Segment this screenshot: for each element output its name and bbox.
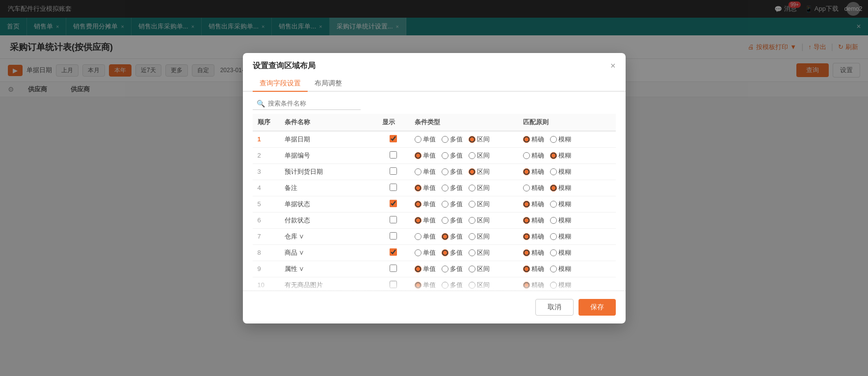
- search-input[interactable]: [268, 100, 356, 107]
- display-checkbox[interactable]: [390, 216, 397, 223]
- cell-type: 单值多值区间: [410, 212, 518, 228]
- type-radio-单值[interactable]: 单值: [415, 281, 436, 290]
- match-radio-模糊[interactable]: 模糊: [550, 167, 571, 176]
- cell-match: 精确模糊: [518, 180, 616, 196]
- tab-layout-adjust[interactable]: 布局调整: [308, 76, 349, 92]
- order-number: 3: [258, 168, 261, 175]
- cell-type: 单值多值区间: [410, 228, 518, 244]
- match-radio-模糊[interactable]: 模糊: [550, 184, 571, 192]
- match-radio-模糊[interactable]: 模糊: [550, 232, 571, 241]
- cell-display: [377, 163, 410, 180]
- cell-order: 9: [253, 261, 280, 277]
- type-radio-区间[interactable]: 区间: [469, 265, 490, 273]
- col-header-display: 显示: [377, 114, 410, 131]
- cell-display: [377, 180, 410, 196]
- cell-name: 有无商品图片: [280, 277, 377, 291]
- tab-query-fields[interactable]: 查询字段设置: [253, 76, 308, 92]
- type-radio-多值[interactable]: 多值: [442, 232, 463, 241]
- save-button[interactable]: 保存: [579, 299, 616, 316]
- match-radio-模糊[interactable]: 模糊: [550, 265, 571, 273]
- match-radio-精确[interactable]: 精确: [523, 135, 544, 144]
- match-radio-精确[interactable]: 精确: [523, 200, 544, 209]
- cell-order: 1: [253, 131, 280, 148]
- type-radio-单值[interactable]: 单值: [415, 184, 436, 192]
- match-radio-模糊[interactable]: 模糊: [550, 248, 571, 257]
- table-row: 8商品 ∨单值多值区间精确模糊: [253, 244, 616, 261]
- type-radio-多值[interactable]: 多值: [442, 265, 463, 273]
- order-number: 7: [258, 233, 261, 240]
- display-checkbox[interactable]: [390, 200, 397, 207]
- table-row: 9属性 ∨单值多值区间精确模糊: [253, 261, 616, 277]
- match-radio-模糊[interactable]: 模糊: [550, 200, 571, 209]
- display-checkbox[interactable]: [390, 232, 397, 240]
- type-radio-区间[interactable]: 区间: [469, 281, 490, 290]
- type-radio-区间[interactable]: 区间: [469, 167, 490, 176]
- dialog-close-button[interactable]: ×: [610, 61, 616, 70]
- display-checkbox[interactable]: [390, 281, 397, 288]
- type-radio-区间[interactable]: 区间: [469, 248, 490, 257]
- type-radio-区间[interactable]: 区间: [469, 216, 490, 225]
- display-checkbox[interactable]: [390, 184, 397, 191]
- type-radio-单值[interactable]: 单值: [415, 200, 436, 209]
- cell-type: 单值多值区间: [410, 180, 518, 196]
- cell-match: 精确模糊: [518, 212, 616, 228]
- type-radio-区间[interactable]: 区间: [469, 135, 490, 144]
- col-header-order: 顺序: [253, 114, 280, 131]
- match-radio-模糊[interactable]: 模糊: [550, 135, 571, 144]
- match-radio-精确[interactable]: 精确: [523, 151, 544, 160]
- display-checkbox[interactable]: [390, 265, 397, 272]
- cell-order: 3: [253, 163, 280, 180]
- order-number: 4: [258, 184, 261, 191]
- order-number: 10: [258, 281, 264, 289]
- type-radio-多值[interactable]: 多值: [442, 216, 463, 225]
- match-radio-精确[interactable]: 精确: [523, 265, 544, 273]
- match-radio-模糊[interactable]: 模糊: [550, 281, 571, 290]
- cell-match: 精确模糊: [518, 261, 616, 277]
- display-checkbox[interactable]: [390, 167, 397, 175]
- cell-name: 备注: [280, 180, 377, 196]
- type-radio-多值[interactable]: 多值: [442, 200, 463, 209]
- match-radio-精确[interactable]: 精确: [523, 184, 544, 192]
- type-radio-区间[interactable]: 区间: [469, 151, 490, 160]
- display-checkbox[interactable]: [390, 135, 397, 142]
- type-radio-多值[interactable]: 多值: [442, 281, 463, 290]
- cell-match: 精确模糊: [518, 147, 616, 163]
- cell-order: 5: [253, 196, 280, 212]
- display-checkbox[interactable]: [390, 151, 397, 159]
- type-radio-单值[interactable]: 单值: [415, 232, 436, 241]
- match-radio-精确[interactable]: 精确: [523, 167, 544, 176]
- match-radio-精确[interactable]: 精确: [523, 281, 544, 290]
- type-radio-多值[interactable]: 多值: [442, 248, 463, 257]
- cell-name: 仓库 ∨: [280, 228, 377, 244]
- match-radio-精确[interactable]: 精确: [523, 232, 544, 241]
- match-radio-精确[interactable]: 精确: [523, 248, 544, 257]
- type-radio-单值[interactable]: 单值: [415, 216, 436, 225]
- cell-match: 精确模糊: [518, 277, 616, 291]
- display-checkbox[interactable]: [390, 248, 397, 256]
- match-radio-模糊[interactable]: 模糊: [550, 216, 571, 225]
- type-radio-单值[interactable]: 单值: [415, 265, 436, 273]
- dialog-footer: 取消 保存: [243, 291, 626, 323]
- cancel-button[interactable]: 取消: [535, 299, 574, 316]
- cell-name: 预计到货日期: [280, 163, 377, 180]
- cell-type: 单值多值区间: [410, 147, 518, 163]
- cell-type: 单值多值区间: [410, 261, 518, 277]
- type-radio-单值[interactable]: 单值: [415, 135, 436, 144]
- cell-type: 单值多值区间: [410, 163, 518, 180]
- dialog-title: 设置查询区域布局: [253, 61, 316, 71]
- col-header-type: 条件类型: [410, 114, 518, 131]
- type-radio-区间[interactable]: 区间: [469, 200, 490, 209]
- type-radio-单值[interactable]: 单值: [415, 248, 436, 257]
- type-radio-区间[interactable]: 区间: [469, 184, 490, 192]
- type-radio-单值[interactable]: 单值: [415, 151, 436, 160]
- type-radio-单值[interactable]: 单值: [415, 167, 436, 176]
- match-radio-精确[interactable]: 精确: [523, 216, 544, 225]
- type-radio-多值[interactable]: 多值: [442, 167, 463, 176]
- type-radio-区间[interactable]: 区间: [469, 232, 490, 241]
- type-radio-多值[interactable]: 多值: [442, 135, 463, 144]
- match-radio-模糊[interactable]: 模糊: [550, 151, 571, 160]
- cell-type: 单值多值区间: [410, 244, 518, 261]
- order-number: 2: [258, 152, 261, 159]
- type-radio-多值[interactable]: 多值: [442, 151, 463, 160]
- type-radio-多值[interactable]: 多值: [442, 184, 463, 192]
